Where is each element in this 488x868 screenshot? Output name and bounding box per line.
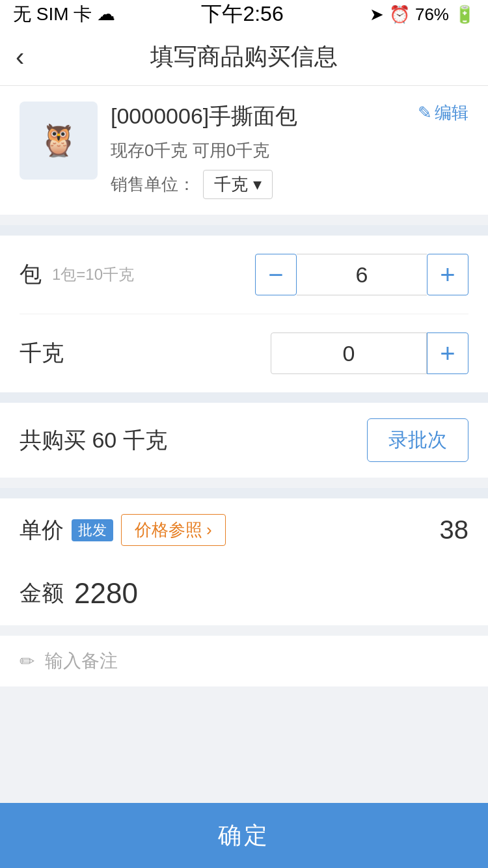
bag-quantity-input[interactable] xyxy=(297,254,427,295)
input-section: 包 1包=10千克 − + 千克 + xyxy=(0,236,488,392)
kg-label: 千克 xyxy=(20,338,64,368)
status-right: ➤ ⏰ 76% 🔋 xyxy=(370,5,475,25)
status-left: 无 SIM 卡 ☁ xyxy=(13,2,115,27)
price-row: 单价 批发 价格参照 › 38 xyxy=(20,514,468,546)
product-name: [0000006]手撕面包 xyxy=(111,102,297,131)
total-section: 共购买 60 千克 录批次 xyxy=(0,403,488,478)
stock-info: 现存0千克 可用0千克 xyxy=(111,139,468,162)
bag-input-row: 包 1包=10千克 − + xyxy=(20,236,468,314)
kg-stepper: + xyxy=(271,332,468,374)
amount-row: 金额 2280 xyxy=(0,562,488,625)
price-ref-arrow: › xyxy=(206,520,212,540)
amount-value: 2280 xyxy=(74,577,138,610)
divider-1 xyxy=(0,225,488,236)
alarm-icon: ⏰ xyxy=(389,5,410,25)
product-card: 🦉 [0000006]手撕面包 ✎ 编辑 现存0千克 可用0千克 销售单位： 千… xyxy=(0,86,488,215)
battery-icon: 🔋 xyxy=(454,5,475,25)
confirm-button[interactable]: 确定 xyxy=(0,803,488,868)
battery-status: 76% xyxy=(415,5,449,25)
edit-icon: ✎ xyxy=(418,103,432,123)
dropdown-icon: ▾ xyxy=(253,174,262,195)
price-value: 38 xyxy=(440,515,469,545)
kg-plus-button[interactable]: + xyxy=(427,332,468,374)
sim-status: 无 SIM 卡 ☁ xyxy=(13,2,115,27)
divider-2 xyxy=(0,392,488,403)
available-stock: 可用0千克 xyxy=(193,141,269,160)
price-ref-label: 价格参照 xyxy=(135,519,202,541)
bag-label: 包 xyxy=(20,260,42,290)
amount-label: 金额 xyxy=(20,578,64,608)
bag-hint: 1包=10千克 xyxy=(52,264,134,285)
edit-label: 编辑 xyxy=(435,102,468,124)
product-logo-icon: 🦉 xyxy=(39,122,78,159)
wholesale-tag: 批发 xyxy=(72,519,113,541)
status-bar: 无 SIM 卡 ☁ 下午2:56 ➤ ⏰ 76% 🔋 xyxy=(0,0,488,29)
price-label: 单价 xyxy=(20,515,64,545)
pencil-icon: ✏ xyxy=(20,651,34,672)
current-stock: 现存0千克 xyxy=(111,141,187,160)
product-info: [0000006]手撕面包 ✎ 编辑 现存0千克 可用0千克 销售单位： 千克 … xyxy=(111,102,468,199)
divider-3 xyxy=(0,488,488,498)
page-title: 填写商品购买信息 xyxy=(150,41,338,73)
bag-plus-button[interactable]: + xyxy=(427,254,468,295)
kg-quantity-input[interactable] xyxy=(271,332,427,374)
price-label-group: 单价 批发 价格参照 › xyxy=(20,514,226,546)
unit-label: 销售单位： xyxy=(111,173,195,196)
unit-select[interactable]: 千克 ▾ xyxy=(203,170,273,199)
remark-row[interactable]: ✏ 输入备注 xyxy=(0,636,488,686)
bag-minus-button[interactable]: − xyxy=(255,254,297,295)
price-section: 单价 批发 价格参照 › 38 xyxy=(0,498,488,562)
batch-button[interactable]: 录批次 xyxy=(367,418,468,462)
status-time: 下午2:56 xyxy=(201,0,283,29)
product-thumbnail: 🦉 xyxy=(20,102,98,180)
bag-label-group: 包 1包=10千克 xyxy=(20,260,134,290)
remark-placeholder: 输入备注 xyxy=(45,649,118,673)
price-reference-button[interactable]: 价格参照 › xyxy=(121,514,226,546)
kg-input-row: 千克 + xyxy=(20,314,468,392)
edit-button[interactable]: ✎ 编辑 xyxy=(418,102,468,124)
bag-stepper: − + xyxy=(255,254,468,295)
location-icon: ➤ xyxy=(370,5,384,25)
back-button[interactable]: ‹ xyxy=(16,42,24,72)
unit-value: 千克 xyxy=(214,173,248,196)
nav-bar: ‹ 填写商品购买信息 xyxy=(0,29,488,86)
total-text: 共购买 60 千克 xyxy=(20,426,167,455)
unit-row: 销售单位： 千克 ▾ xyxy=(111,170,468,199)
